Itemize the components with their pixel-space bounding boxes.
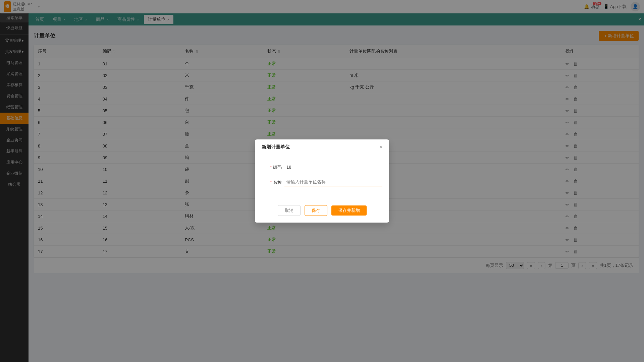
save-button[interactable]: 保存: [305, 205, 327, 216]
cancel-button[interactable]: 取消: [278, 205, 301, 216]
add-unit-modal: 新增计量单位 × 编码 名称 取消 保存 保存并新增: [255, 139, 389, 223]
save-and-new-button[interactable]: 保存并新增: [331, 205, 367, 216]
modal-close-button[interactable]: ×: [379, 144, 382, 150]
modal-header: 新增计量单位 ×: [255, 139, 389, 155]
code-label: 编码: [262, 164, 282, 170]
name-input[interactable]: [284, 178, 382, 186]
code-form-row: 编码: [262, 163, 382, 171]
modal-footer: 取消 保存 保存并新增: [255, 201, 389, 223]
modal-body: 编码 名称: [255, 155, 389, 201]
code-input[interactable]: [284, 163, 382, 171]
modal-overlay[interactable]: 新增计量单位 × 编码 名称 取消 保存 保存并新增: [0, 0, 644, 362]
modal-title: 新增计量单位: [262, 144, 290, 150]
name-label: 名称: [262, 179, 282, 185]
name-form-row: 名称: [262, 178, 382, 186]
